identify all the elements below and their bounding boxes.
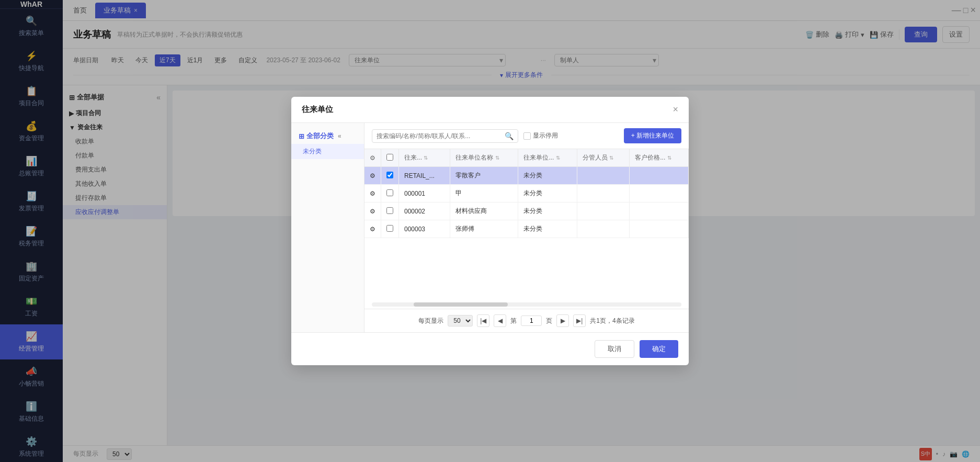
row-checkbox-cell[interactable] — [381, 202, 399, 220]
dialog-right-panel: 🔍 显示停用 + 新增往来单位 ⚙ — [364, 123, 689, 332]
row-manager-cell — [577, 220, 630, 238]
scrollbar-thumb[interactable] — [414, 302, 508, 307]
row-category-cell: 未分类 — [518, 202, 577, 220]
modal-overlay[interactable]: 往来单位 × ⊞ 全部分类 « 未分类 — [0, 0, 980, 462]
row-price-cell — [630, 167, 689, 185]
sort-name-icon[interactable]: ⇅ — [495, 155, 499, 161]
row-settings-cell[interactable]: ⚙ — [364, 220, 381, 238]
table-header-row: ⚙ 往来... ⇅ 往来单位名称 ⇅ — [364, 149, 689, 167]
dialog-body: ⊞ 全部分类 « 未分类 🔍 — [291, 123, 689, 332]
row-checkbox[interactable] — [386, 189, 393, 196]
partner-search-box[interactable]: 🔍 — [372, 129, 518, 143]
sort-mgr-icon[interactable]: ⇅ — [609, 155, 613, 161]
row-manager-cell — [577, 167, 630, 185]
partners-table: ⚙ 往来... ⇅ 往来单位名称 ⇅ — [364, 149, 689, 238]
row-price-cell — [630, 220, 689, 238]
partner-dialog: 往来单位 × ⊞ 全部分类 « 未分类 — [291, 97, 689, 365]
col-price-header: 客户价格... ⇅ — [630, 149, 689, 167]
row-code-cell: 000003 — [399, 220, 450, 238]
col-category-header: 往来单位... ⇅ — [518, 149, 577, 167]
row-category-cell: 未分类 — [518, 167, 577, 185]
row-manager-cell — [577, 202, 630, 220]
sort-cat-icon[interactable]: ⇅ — [556, 155, 560, 161]
show-disabled-label: 显示停用 — [533, 131, 558, 140]
prev-page-btn[interactable]: ◀ — [494, 314, 506, 327]
cancel-button[interactable]: 取消 — [595, 340, 634, 358]
row-checkbox-cell[interactable] — [381, 167, 399, 185]
row-settings-cell[interactable]: ⚙ — [364, 185, 381, 202]
dialog-close-button[interactable]: × — [673, 104, 678, 115]
row-checkbox[interactable] — [386, 207, 393, 214]
table-row[interactable]: ⚙ RETAIL_... 零散客户 未分类 — [364, 167, 689, 185]
search-icon[interactable]: 🔍 — [505, 132, 514, 140]
row-name-cell: 材料供应商 — [450, 202, 518, 220]
next-page-btn[interactable]: ▶ — [556, 314, 569, 327]
add-partner-button[interactable]: + 新增往来单位 — [624, 128, 681, 143]
dialog-footer: 取消 确定 — [291, 332, 689, 365]
horizontal-scrollbar[interactable] — [372, 302, 681, 307]
row-checkbox-cell[interactable] — [381, 185, 399, 202]
row-manager-cell — [577, 185, 630, 202]
table-row[interactable]: ⚙ 000001 甲 未分类 — [364, 185, 689, 202]
page-size-select[interactable]: 50 — [448, 315, 473, 326]
last-page-btn[interactable]: ▶| — [573, 314, 586, 327]
col-name-header: 往来单位名称 ⇅ — [450, 149, 518, 167]
row-price-cell — [630, 202, 689, 220]
total-info: 共1页，4条记录 — [590, 317, 634, 325]
row-name-cell: 零散客户 — [450, 167, 518, 185]
row-code-cell: 000002 — [399, 202, 450, 220]
row-checkbox[interactable] — [386, 172, 393, 178]
dialog-collapse-icon[interactable]: « — [338, 132, 341, 140]
page-size-label: 每页显示 — [418, 317, 443, 325]
row-price-cell — [630, 185, 689, 202]
dialog-category-unclassified[interactable]: 未分类 — [291, 144, 364, 159]
col-manager-header: 分管人员 ⇅ — [577, 149, 630, 167]
first-page-btn[interactable]: |◀ — [477, 314, 489, 327]
row-code-cell: RETAIL_... — [399, 167, 450, 185]
dialog-title: 往来单位 — [302, 105, 333, 115]
col-settings[interactable]: ⚙ — [364, 149, 381, 167]
dialog-left-panel: ⊞ 全部分类 « 未分类 — [291, 123, 364, 332]
show-disabled-option: 显示停用 — [523, 131, 558, 140]
page-label-end: 页 — [546, 317, 552, 325]
col-code-header: 往来... ⇅ — [399, 149, 450, 167]
dialog-toolbar: 🔍 显示停用 + 新增往来单位 — [364, 123, 689, 149]
select-all-checkbox[interactable] — [386, 154, 393, 161]
confirm-button[interactable]: 确定 — [640, 340, 678, 358]
dialog-content: ⊞ 全部分类 « 未分类 🔍 — [291, 123, 689, 332]
row-name-cell: 甲 — [450, 185, 518, 202]
row-name-cell: 张师傅 — [450, 220, 518, 238]
sort-price-icon[interactable]: ⇅ — [667, 155, 671, 161]
show-disabled-checkbox[interactable] — [523, 132, 531, 140]
partner-search-input[interactable] — [377, 132, 502, 140]
dialog-table-scroll[interactable]: ⚙ 往来... ⇅ 往来单位名称 ⇅ — [364, 149, 689, 300]
current-page-input[interactable] — [521, 315, 542, 326]
grid-icon-small: ⊞ — [299, 132, 304, 140]
col-checkbox-header[interactable] — [381, 149, 399, 167]
row-category-cell: 未分类 — [518, 185, 577, 202]
row-code-cell: 000001 — [399, 185, 450, 202]
dialog-pagination: 每页显示 50 |◀ ◀ 第 页 ▶ ▶| 共1页，4条记录 — [364, 309, 689, 332]
dialog-all-category[interactable]: ⊞ 全部分类 « — [291, 128, 364, 144]
table-row[interactable]: ⚙ 000002 材料供应商 未分类 — [364, 202, 689, 220]
table-row[interactable]: ⚙ 000003 张师傅 未分类 — [364, 220, 689, 238]
page-label: 第 — [510, 317, 517, 325]
row-checkbox-cell[interactable] — [381, 220, 399, 238]
row-settings-cell[interactable]: ⚙ — [364, 167, 381, 185]
sort-icon[interactable]: ⇅ — [424, 155, 428, 161]
dialog-header: 往来单位 × — [291, 97, 689, 123]
row-settings-cell[interactable]: ⚙ — [364, 202, 381, 220]
row-category-cell: 未分类 — [518, 220, 577, 238]
row-checkbox[interactable] — [386, 225, 393, 232]
